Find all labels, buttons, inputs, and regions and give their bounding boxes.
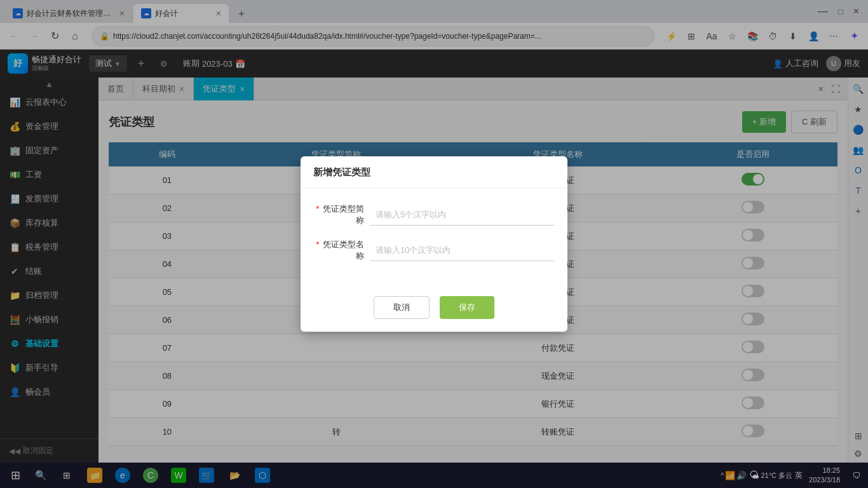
cancel-button[interactable]: 取消 — [374, 296, 430, 319]
modal-overlay: 新增凭证类型 * 凭证类型简称 * 凭证类型名称 取消 — [0, 0, 868, 488]
form-input-short[interactable] — [370, 204, 555, 226]
cancel-button-label: 取消 — [393, 302, 410, 312]
form-label-short: * 凭证类型简称 — [313, 203, 370, 226]
form-row-short: * 凭证类型简称 — [313, 203, 555, 226]
form-input-name[interactable] — [370, 240, 555, 261]
modal-dialog: 新增凭证类型 * 凭证类型简称 * 凭证类型名称 取消 — [301, 156, 567, 332]
required-star-short: * — [316, 204, 319, 214]
form-row-name: * 凭证类型名称 — [313, 239, 555, 262]
modal-title: 新增凭证类型 — [313, 166, 370, 177]
modal-footer: 取消 保存 — [301, 290, 567, 332]
save-button-label: 保存 — [459, 302, 475, 312]
modal-header: 新增凭证类型 — [301, 156, 567, 188]
form-label-name: * 凭证类型名称 — [313, 239, 370, 262]
required-star-name: * — [316, 240, 319, 249]
save-button[interactable]: 保存 — [440, 296, 494, 319]
modal-body: * 凭证类型简称 * 凭证类型名称 — [301, 188, 567, 290]
